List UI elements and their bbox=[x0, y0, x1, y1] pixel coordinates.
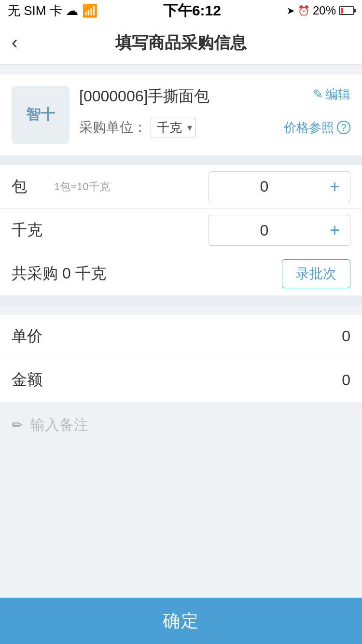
pencil-icon: ✏ bbox=[12, 417, 23, 433]
remark-placeholder: 输入备注 bbox=[30, 415, 88, 435]
unit-price-value: 0 bbox=[342, 327, 350, 345]
status-time: 下午6:12 bbox=[163, 1, 221, 21]
price-ref-icon: ? bbox=[337, 121, 350, 134]
batch-button[interactable]: 录批次 bbox=[282, 259, 350, 288]
product-image-text: 智十 bbox=[26, 105, 55, 125]
edit-button[interactable]: ✎ 编辑 bbox=[313, 86, 350, 103]
bottom-spacer bbox=[0, 448, 362, 593]
product-header: [0000006]手撕面包 ✎ 编辑 bbox=[79, 86, 350, 107]
price-ref-button[interactable]: 价格参照 ? bbox=[284, 119, 350, 136]
form-row-kg: 千克 + bbox=[0, 209, 362, 252]
product-card: 智十 [0000006]手撕面包 ✎ 编辑 采购单位： 千克 包 ▾ bbox=[0, 74, 362, 155]
summary-row: 共采购 0 千克 录批次 bbox=[0, 252, 362, 295]
product-name: [0000006]手撕面包 bbox=[79, 86, 209, 107]
status-bar: 无 SIM 卡 ☁ 📶 下午6:12 ➤ ⏰ 20% bbox=[0, 0, 362, 21]
summary-text: 共采购 0 千克 bbox=[12, 263, 106, 284]
status-left: 无 SIM 卡 ☁ 📶 bbox=[8, 2, 97, 19]
unit-price-row: 单价 0 bbox=[0, 315, 362, 358]
confirm-btn-wrapper: 确定 bbox=[0, 598, 362, 644]
kg-input[interactable] bbox=[209, 215, 320, 246]
form-section: 包 1包=10千克 + 千克 + bbox=[0, 165, 362, 252]
status-right: ➤ ⏰ 20% bbox=[287, 4, 354, 17]
divider-2 bbox=[0, 295, 362, 305]
form-row-package: 包 1包=10千克 + bbox=[0, 165, 362, 209]
package-label: 包 bbox=[12, 176, 50, 197]
page-title: 填写商品采购信息 bbox=[115, 32, 247, 54]
battery-icon bbox=[339, 6, 354, 15]
product-info: [0000006]手撕面包 ✎ 编辑 采购单位： 千克 包 ▾ 价格参照 ? bbox=[79, 86, 350, 138]
package-input-group: + bbox=[209, 171, 350, 202]
unit-price-label: 单价 bbox=[12, 326, 42, 347]
purchase-unit-row: 采购单位： 千克 包 ▾ 价格参照 ? bbox=[79, 117, 350, 138]
unit-select-wrapper[interactable]: 千克 包 ▾ bbox=[151, 117, 196, 138]
battery-percent: 20% bbox=[313, 4, 336, 17]
confirm-button[interactable]: 确定 bbox=[0, 598, 362, 644]
divider-1 bbox=[0, 155, 362, 165]
amount-label: 金额 bbox=[12, 369, 42, 391]
amount-row: 金额 0 bbox=[0, 358, 362, 402]
kg-plus-button[interactable]: + bbox=[320, 215, 350, 246]
sim-label: 无 SIM 卡 ☁ bbox=[8, 2, 78, 19]
edit-icon: ✎ bbox=[313, 87, 323, 102]
info-section: 单价 0 金额 0 bbox=[0, 315, 362, 402]
kg-label: 千克 bbox=[12, 220, 50, 241]
wifi-icon: 📶 bbox=[82, 3, 97, 18]
remark-section[interactable]: ✏ 输入备注 bbox=[0, 402, 362, 448]
product-image: 智十 bbox=[12, 86, 70, 144]
nav-bar: ‹ 填写商品采购信息 bbox=[0, 21, 362, 65]
package-plus-button[interactable]: + bbox=[320, 171, 350, 202]
package-sublabel: 1包=10千克 bbox=[54, 180, 110, 194]
unit-label: 采购单位： bbox=[79, 118, 147, 137]
edit-label: 编辑 bbox=[325, 86, 350, 103]
back-button[interactable]: ‹ bbox=[12, 32, 18, 53]
kg-input-group: + bbox=[209, 215, 350, 246]
package-input[interactable] bbox=[209, 171, 320, 202]
alarm-icon: ⏰ bbox=[298, 5, 310, 16]
price-ref-label: 价格参照 bbox=[284, 119, 334, 136]
unit-select[interactable]: 千克 包 bbox=[151, 117, 196, 138]
amount-value: 0 bbox=[342, 371, 350, 389]
location-icon: ➤ bbox=[287, 5, 295, 16]
